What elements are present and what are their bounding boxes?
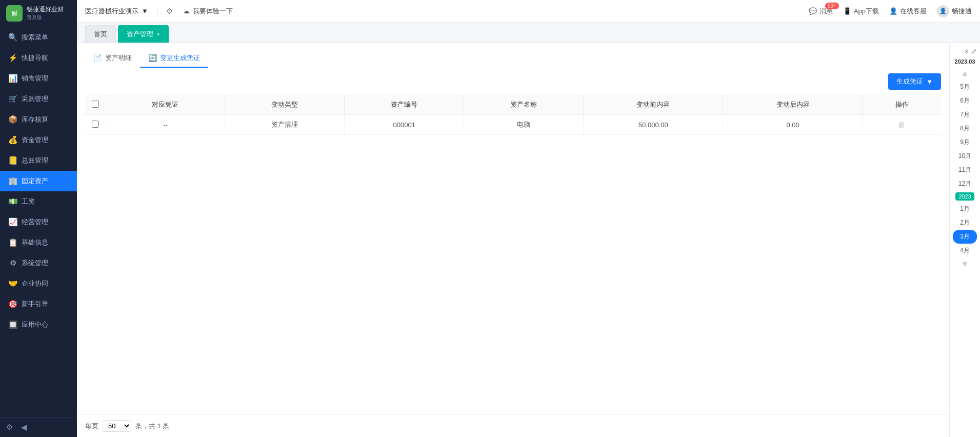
sidebar-item-sales[interactable]: 📊 销售管理 (0, 68, 77, 89)
support-btn[interactable]: 👤 在线客服 (889, 7, 927, 16)
right-panel-month-4[interactable]: 4月 (950, 244, 980, 257)
sidebar-settings-btn[interactable]: ⚙ (6, 423, 13, 432)
payroll-icon: 💵 (8, 197, 17, 206)
main-area: 医疗器械行业演示 ▼ | ⚙ ☁ 我要体验一下 💬 消息 99+ 📱 App下载… (77, 0, 980, 437)
row-before-change: 50,000.00 (584, 115, 723, 135)
toolbar: 生成凭证 ▼ (77, 68, 949, 95)
chevron-down-icon: ▼ (142, 7, 148, 15)
right-panel-month-7[interactable]: 7月 (950, 108, 980, 122)
select-all-checkbox[interactable] (92, 101, 99, 108)
col-before-change: 变动前内容 (584, 95, 723, 115)
table-header-row: 对应凭证 变动类型 资产编号 资产名称 变动前内容 变动后内容 操作 (85, 95, 941, 115)
page-size-label: 每页 (85, 422, 98, 431)
sub-tab-asset-detail[interactable]: 📄 资产明细 (85, 49, 140, 68)
sidebar-item-basic-info[interactable]: 📋 基础信息 (0, 232, 77, 253)
logo-sub: 普及版 (27, 14, 64, 21)
table-row: -- 资产清理 000001 电脑 50,000.00 0.00 🗑 (85, 115, 941, 135)
sub-tab-change-voucher[interactable]: 🔄 变更生成凭证 (140, 49, 208, 68)
refresh-icon: 🔄 (148, 54, 157, 62)
app-download-btn[interactable]: 📱 App下载 (843, 7, 879, 16)
right-panel-month-3-active[interactable]: 3月 (953, 230, 977, 244)
sidebar-item-label: 工资 (22, 197, 35, 206)
right-panel-month-1[interactable]: 1月 (950, 202, 980, 216)
right-panel-month-8[interactable]: 8月 (950, 122, 980, 135)
sidebar-item-operations[interactable]: 📈 经营管理 (0, 212, 77, 232)
sub-tab-change-voucher-label: 变更生成凭证 (160, 53, 200, 63)
table-wrapper: 对应凭证 变动类型 资产编号 资产名称 变动前内容 变动后内容 操作 (77, 95, 949, 414)
col-change-type: 变动类型 (225, 95, 345, 115)
sidebar-item-label: 总账管理 (22, 156, 48, 165)
message-badge: 99+ (825, 3, 839, 9)
right-panel-month-5[interactable]: 5月 (950, 80, 980, 94)
table-body: -- 资产清理 000001 电脑 50,000.00 0.00 🗑 (85, 115, 941, 135)
user-menu-btn[interactable]: 👤 畅捷通 (937, 5, 972, 17)
sidebar-item-funds[interactable]: 💰 资金管理 (0, 130, 77, 150)
right-panel-month-6[interactable]: 6月 (950, 94, 980, 108)
delete-row-button[interactable]: 🗑 (898, 121, 906, 129)
row-change-type: 资产清理 (225, 115, 345, 135)
search-icon: 🔍 (8, 33, 17, 42)
sidebar-item-inventory[interactable]: 📦 库存核算 (0, 109, 77, 130)
content-area: 📄 资产明细 🔄 变更生成凭证 生成凭证 ▼ (77, 43, 980, 437)
experience-btn[interactable]: ☁ 我要体验一下 (183, 7, 233, 16)
right-panel-scroll-down-btn[interactable]: ▼ (959, 257, 971, 271)
tab-asset-management[interactable]: 资产管理 × (118, 25, 169, 43)
sidebar-item-quick-nav[interactable]: ⚡ 快捷导航 (0, 48, 77, 68)
sidebar-item-app-center[interactable]: 🔲 应用中心 (0, 314, 77, 335)
sidebar-logo: 财 畅捷通好业财 普及版 (0, 0, 77, 27)
sidebar-item-search[interactable]: 🔍 搜索菜单 (0, 27, 77, 48)
right-panel-month-9[interactable]: 9月 (950, 135, 980, 149)
right-panel-header: × ⤢ (950, 45, 980, 57)
logo-text: 畅捷通好业财 (27, 6, 64, 14)
user-label: 畅捷通 (952, 7, 972, 16)
sidebar-item-purchase[interactable]: 🛒 采购管理 (0, 89, 77, 109)
sidebar-item-label: 新手引导 (22, 300, 48, 309)
tab-asset-management-label: 资产管理 (127, 30, 153, 39)
logo-icon: 财 (6, 5, 23, 22)
sidebar-item-guide[interactable]: 🎯 新手引导 (0, 294, 77, 314)
sidebar-bottom: ⚙ ◀ (0, 417, 77, 437)
right-panel-expand-icon[interactable]: ⤢ (971, 47, 977, 55)
right-panel-month-10[interactable]: 10月 (950, 149, 980, 163)
row-checkbox[interactable] (92, 121, 99, 128)
row-checkbox-cell (85, 115, 106, 135)
sidebar-item-label: 固定资产 (22, 176, 48, 186)
sub-tab-asset-detail-label: 资产明细 (105, 53, 132, 63)
right-panel-month-2[interactable]: 2月 (950, 216, 980, 230)
col-asset-code: 资产编号 (345, 95, 464, 115)
clipboard-icon: 📋 (8, 238, 17, 247)
support-label: 在线客服 (900, 7, 927, 16)
right-panel-year-label: 2023.03 (950, 57, 980, 67)
sidebar-item-label: 资金管理 (22, 135, 48, 145)
message-btn[interactable]: 💬 消息 99+ (809, 7, 833, 16)
col-checkbox (85, 95, 106, 115)
sidebar-item-ledger[interactable]: 📒 总账管理 (0, 150, 77, 171)
right-panel-close-icon[interactable]: × (965, 47, 969, 55)
sidebar-item-label: 快捷导航 (22, 53, 48, 63)
generate-voucher-button[interactable]: 生成凭证 ▼ (888, 73, 941, 90)
topbar-settings-icon[interactable]: ⚙ (166, 7, 173, 16)
experience-text: 我要体验一下 (193, 7, 233, 16)
right-panel-month-12[interactable]: 12月 (950, 177, 980, 191)
sidebar-item-fixed-assets[interactable]: 🏢 固定资产 (0, 171, 77, 191)
cloud-icon: ☁ (183, 7, 190, 15)
right-panel-scroll-up-btn[interactable]: ▲ (959, 67, 971, 80)
sidebar-item-system[interactable]: ⚙ 系统管理 (0, 253, 77, 273)
sub-tabs: 📄 资产明细 🔄 变更生成凭证 (77, 49, 949, 68)
tab-home-label: 首页 (94, 30, 107, 39)
sidebar-collapse-btn[interactable]: ◀ (21, 423, 27, 432)
row-asset-name: 电脑 (464, 115, 584, 135)
company-selector[interactable]: 医疗器械行业演示 ▼ (85, 7, 148, 16)
tab-home[interactable]: 首页 (85, 25, 116, 43)
col-after-change: 变动后内容 (723, 95, 863, 115)
tab-close-icon[interactable]: × (156, 31, 160, 38)
right-panel-month-11[interactable]: 11月 (950, 163, 980, 177)
right-panel: × ⤢ 2023.03 ▲ 5月 6月 7月 8月 9月 10月 11月 12月… (949, 43, 980, 437)
row-operation: 🗑 (863, 115, 941, 135)
sidebar-nav: 🔍 搜索菜单 ⚡ 快捷导航 📊 销售管理 🛒 采购管理 📦 库存核算 💰 资金管… (0, 27, 77, 417)
sidebar-item-enterprise[interactable]: 🤝 企业协同 (0, 273, 77, 294)
sidebar-item-payroll[interactable]: 💵 工资 (0, 191, 77, 212)
lightning-icon: ⚡ (8, 53, 17, 63)
total-count-label: 条，共 1 条 (135, 422, 169, 431)
page-size-select[interactable]: 50 10 20 100 (103, 420, 131, 432)
